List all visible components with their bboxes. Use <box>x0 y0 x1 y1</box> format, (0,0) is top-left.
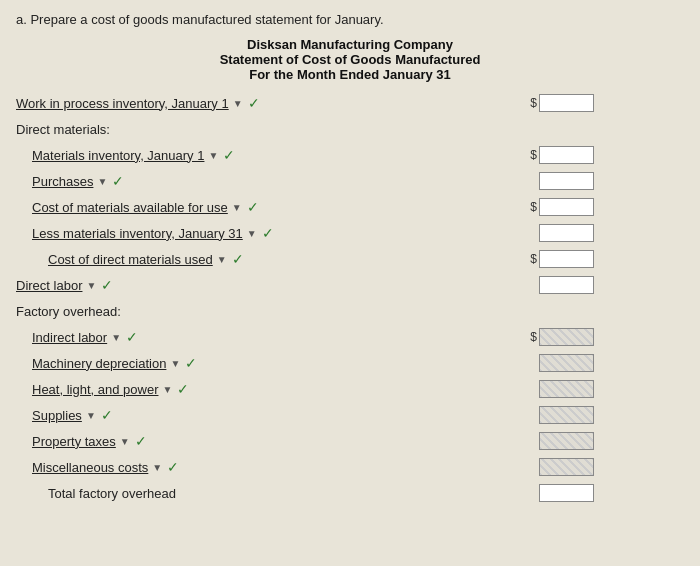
cost-mat-avail-dropdown[interactable]: ▼ <box>232 202 242 213</box>
direct-labor-label: Direct labor ▼ ✓ <box>16 277 533 293</box>
heat-light-power-label: Heat, light, and power ▼ ✓ <box>32 381 533 397</box>
wip-jan1-input[interactable] <box>539 94 594 112</box>
row-purchases: Purchases ▼ ✓ <box>16 170 594 192</box>
indirect-labor-label: Indirect labor ▼ ✓ <box>32 329 524 345</box>
wip-jan1-input-group: $ <box>530 94 594 112</box>
supplies-input[interactable] <box>539 406 594 424</box>
cost-direct-mat-dropdown[interactable]: ▼ <box>217 254 227 265</box>
heat-light-power-input[interactable] <box>539 380 594 398</box>
machinery-dep-input-group <box>539 354 594 372</box>
direct-materials-label: Direct materials: <box>16 122 110 137</box>
direct-labor-text: Direct labor <box>16 278 82 293</box>
purchases-check: ✓ <box>112 173 124 189</box>
indirect-labor-check: ✓ <box>126 329 138 345</box>
form-area: Work in process inventory, January 1 ▼ ✓… <box>16 92 684 504</box>
property-taxes-input-group <box>539 432 594 450</box>
indirect-labor-input-group: $ <box>530 328 594 346</box>
direct-labor-check: ✓ <box>101 277 113 293</box>
property-taxes-text: Property taxes <box>32 434 116 449</box>
row-total-factory-overhead: Total factory overhead <box>16 482 594 504</box>
row-indirect-labor: Indirect labor ▼ ✓ $ <box>16 326 594 348</box>
total-factory-overhead-input-group <box>539 484 594 502</box>
property-taxes-check: ✓ <box>135 433 147 449</box>
indirect-labor-dollar: $ <box>530 330 537 344</box>
cost-mat-avail-input[interactable] <box>539 198 594 216</box>
question-label: a. Prepare a cost of goods manufactured … <box>16 12 684 27</box>
misc-costs-input[interactable] <box>539 458 594 476</box>
machinery-dep-label: Machinery depreciation ▼ ✓ <box>32 355 533 371</box>
total-factory-overhead-text: Total factory overhead <box>48 486 176 501</box>
row-cost-direct-mat: Cost of direct materials used ▼ ✓ $ <box>16 248 594 270</box>
heat-light-power-input-group <box>539 380 594 398</box>
page: a. Prepare a cost of goods manufactured … <box>0 0 700 566</box>
mat-inv-jan1-check: ✓ <box>223 147 235 163</box>
purchases-label: Purchases ▼ ✓ <box>32 173 533 189</box>
machinery-dep-input[interactable] <box>539 354 594 372</box>
heat-light-power-dropdown[interactable]: ▼ <box>162 384 172 395</box>
row-misc-costs: Miscellaneous costs ▼ ✓ <box>16 456 594 478</box>
cost-direct-mat-dollar: $ <box>530 252 537 266</box>
property-taxes-input[interactable] <box>539 432 594 450</box>
statement-title: Statement of Cost of Goods Manufactured <box>16 52 684 67</box>
purchases-text: Purchases <box>32 174 93 189</box>
wip-jan1-dropdown[interactable]: ▼ <box>233 98 243 109</box>
less-mat-inv-input[interactable] <box>539 224 594 242</box>
company-header: Disksan Manufacturing Company Statement … <box>16 37 684 82</box>
statement-period: For the Month Ended January 31 <box>16 67 684 82</box>
machinery-dep-check: ✓ <box>185 355 197 371</box>
cost-direct-mat-text: Cost of direct materials used <box>48 252 213 267</box>
machinery-dep-dropdown[interactable]: ▼ <box>170 358 180 369</box>
direct-labor-dropdown[interactable]: ▼ <box>86 280 96 291</box>
cost-direct-mat-input[interactable] <box>539 250 594 268</box>
property-taxes-label: Property taxes ▼ ✓ <box>32 433 533 449</box>
cost-direct-mat-label: Cost of direct materials used ▼ ✓ <box>48 251 524 267</box>
less-mat-inv-dropdown[interactable]: ▼ <box>247 228 257 239</box>
misc-costs-dropdown[interactable]: ▼ <box>152 462 162 473</box>
mat-inv-jan1-input[interactable] <box>539 146 594 164</box>
mat-inv-jan1-dollar: $ <box>530 148 537 162</box>
row-direct-materials-header: Direct materials: <box>16 118 594 140</box>
less-mat-inv-label: Less materials inventory, January 31 ▼ ✓ <box>32 225 533 241</box>
supplies-check: ✓ <box>101 407 113 423</box>
cost-direct-mat-input-group: $ <box>530 250 594 268</box>
machinery-dep-text: Machinery depreciation <box>32 356 166 371</box>
direct-labor-input[interactable] <box>539 276 594 294</box>
less-mat-inv-input-group <box>539 224 594 242</box>
wip-jan1-label: Work in process inventory, January 1 ▼ ✓ <box>16 95 524 111</box>
indirect-labor-dropdown[interactable]: ▼ <box>111 332 121 343</box>
indirect-labor-input[interactable] <box>539 328 594 346</box>
supplies-text: Supplies <box>32 408 82 423</box>
cost-mat-avail-dollar: $ <box>530 200 537 214</box>
row-heat-light-power: Heat, light, and power ▼ ✓ <box>16 378 594 400</box>
mat-inv-jan1-text: Materials inventory, January 1 <box>32 148 204 163</box>
row-factory-overhead-header: Factory overhead: <box>16 300 594 322</box>
misc-costs-check: ✓ <box>167 459 179 475</box>
wip-jan1-text: Work in process inventory, January 1 <box>16 96 229 111</box>
purchases-input-group <box>539 172 594 190</box>
property-taxes-dropdown[interactable]: ▼ <box>120 436 130 447</box>
cost-mat-avail-input-group: $ <box>530 198 594 216</box>
wip-jan1-check: ✓ <box>248 95 260 111</box>
row-mat-inv-jan1: Materials inventory, January 1 ▼ ✓ $ <box>16 144 594 166</box>
supplies-label: Supplies ▼ ✓ <box>32 407 533 423</box>
mat-inv-jan1-dropdown[interactable]: ▼ <box>208 150 218 161</box>
less-mat-inv-check: ✓ <box>262 225 274 241</box>
mat-inv-jan1-input-group: $ <box>530 146 594 164</box>
total-factory-overhead-label: Total factory overhead <box>48 486 533 501</box>
company-name: Disksan Manufacturing Company <box>16 37 684 52</box>
cost-mat-avail-text: Cost of materials available for use <box>32 200 228 215</box>
purchases-input[interactable] <box>539 172 594 190</box>
row-wip-jan1: Work in process inventory, January 1 ▼ ✓… <box>16 92 594 114</box>
total-factory-overhead-input[interactable] <box>539 484 594 502</box>
row-direct-labor: Direct labor ▼ ✓ <box>16 274 594 296</box>
row-property-taxes: Property taxes ▼ ✓ <box>16 430 594 452</box>
row-machinery-dep: Machinery depreciation ▼ ✓ <box>16 352 594 374</box>
purchases-dropdown[interactable]: ▼ <box>97 176 107 187</box>
indirect-labor-text: Indirect labor <box>32 330 107 345</box>
cost-mat-avail-check: ✓ <box>247 199 259 215</box>
misc-costs-text: Miscellaneous costs <box>32 460 148 475</box>
mat-inv-jan1-label: Materials inventory, January 1 ▼ ✓ <box>32 147 524 163</box>
misc-costs-input-group <box>539 458 594 476</box>
row-cost-mat-avail: Cost of materials available for use ▼ ✓ … <box>16 196 594 218</box>
supplies-dropdown[interactable]: ▼ <box>86 410 96 421</box>
